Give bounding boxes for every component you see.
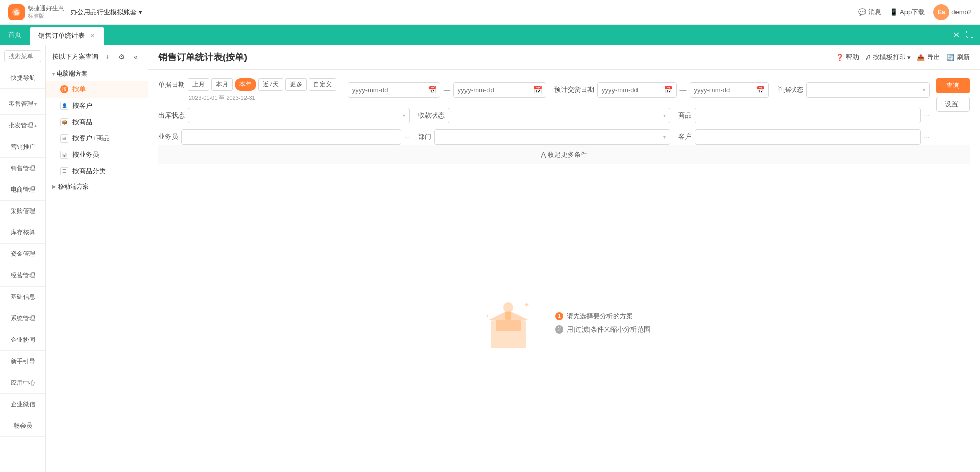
sidebar: 快捷导航 零售管理 ▾ 批发管理 ▴ 营销推广 销售管理 电商管理 采购管理 库… [0,45,46,472]
calendar-start-icon[interactable]: 📅 [428,86,436,94]
scheme-group-mobile-title[interactable]: ▶ 移动端方案 [46,179,148,194]
sidebar-item-ecommerce[interactable]: 电商管理 [0,179,45,201]
scheme-item-by-salesperson[interactable]: 📊 按业务员 [46,147,148,163]
scheme-item-by-product[interactable]: 📦 按商品 [46,114,148,130]
status-select[interactable]: ▾ [806,82,930,98]
app-logo: 畅 [8,4,24,20]
search-input[interactable] [4,50,41,62]
calendar-expected-end-icon[interactable]: 📅 [756,86,765,94]
user-menu[interactable]: Ea demo2 [933,4,972,20]
left-panel: 按以下方案查询 + ⚙ « ▾ 电脑端方案 按 按单 [46,45,148,472]
collapse-bar[interactable]: ⋀ 收起更多条件 [158,145,970,164]
scheme-item-by-category[interactable]: ☰ 按商品分类 [46,163,148,179]
empty-tip-1: 1 请先选择要分析的方案 [555,310,650,323]
scheme-icon-product: 📦 [60,118,68,126]
filter-customer-field: 客户 ··· [678,129,930,145]
panel-add-button[interactable]: + [102,51,113,62]
sidebar-item-retail[interactable]: 零售管理 ▾ [0,93,45,115]
user-avatar: Ea [933,4,949,20]
goods-more-icon[interactable]: ··· [924,111,930,120]
export-button[interactable]: 📤 导出 [917,53,940,62]
content: 按以下方案查询 + ⚙ « ▾ 电脑端方案 按 按单 [46,45,980,472]
sidebar-item-member[interactable]: 畅会员 [0,415,45,437]
svg-text:畅: 畅 [14,10,19,15]
salesperson-more-icon[interactable]: ··· [404,133,410,141]
chevron-up-icon: ▴ [34,123,37,128]
message-button[interactable]: 💬 消息 [858,8,881,17]
sidebar-item-newuser[interactable]: 新手引导 [0,351,45,372]
goods-input[interactable] [695,108,921,123]
window-maximize-icon[interactable]: ⛶ [966,30,974,39]
empty-svg: ✦ ✦ [478,292,539,353]
sidebar-item-corpwechat[interactable]: 企业微信 [0,394,45,415]
chevron-right-icon: ▶ [52,184,56,190]
date-btn-more[interactable]: 更多 [285,78,307,91]
filter-fields: 单据日期 上月 本月 本年 近7天 更多 自定义 [158,78,930,145]
sidebar-item-finance[interactable]: 资金管理 [0,244,45,265]
sidebar-item-marketing[interactable]: 营销推广 [0,136,45,158]
filter-main-row: 单据日期 上月 本月 本年 近7天 更多 自定义 [158,78,970,145]
scheme-group-pc-title[interactable]: ▾ 电脑端方案 [46,66,148,81]
refresh-button[interactable]: 🔄 刷新 [946,53,970,62]
svg-text:✦: ✦ [524,301,530,309]
date-btn-thisyear[interactable]: 本年 [235,78,256,91]
scheme-item-by-order[interactable]: 按 按单 [46,81,148,98]
sidebar-item-enterprise[interactable]: 企业协同 [0,329,45,351]
sidebar-item-purchase[interactable]: 采购管理 [0,201,45,222]
date-end-field: 📅 [453,82,546,98]
sidebar-item-system[interactable]: 系统管理 [0,308,45,329]
filter-expected-date-field: 预计交货日期 📅 — 📅 [554,82,769,98]
calendar-end-icon[interactable]: 📅 [533,86,542,94]
tab-close-icon[interactable]: ✕ [90,32,95,39]
print-button[interactable]: 🖨 按模板打印 ▾ [865,53,911,62]
payment-select[interactable]: ▾ [448,108,670,123]
panel-settings-button[interactable]: ⚙ [116,51,127,62]
data-area: ✦ ✦ 1 请先选择要分析的方案 2 用[过滤]条件来缩小分析范围 [148,173,980,472]
panel-collapse-button[interactable]: « [130,51,141,62]
filter-date-field: 单据日期 上月 本月 本年 近7天 更多 自定义 [158,78,339,102]
scheme-item-by-customer-product[interactable]: ⊞ 按客户+商品 [46,130,148,147]
settings-button[interactable]: 设置 [936,97,970,112]
customer-input[interactable] [695,129,921,145]
filter-row-2: 出库状态 ▾ 收款状态 ▾ [158,108,930,123]
sidebar-search [0,45,45,67]
help-button[interactable]: ❓ 帮助 [836,53,859,62]
filter-delivery-field: 出库状态 ▾ [158,108,410,123]
date-quick-buttons: 上月 本月 本年 近7天 更多 自定义 [188,78,336,91]
tab-home[interactable]: 首页 [0,25,30,45]
delivery-select[interactable]: ▾ [188,108,410,123]
sidebar-item-quick-nav[interactable]: 快捷导航 [0,67,45,89]
date-btn-thismonth[interactable]: 本月 [211,78,233,91]
date-btn-lastmonth[interactable]: 上月 [188,78,209,91]
customer-more-icon[interactable]: ··· [924,133,930,141]
top-bar-left: 畅 畅捷通好生意 标准版 办公用品行业模拟账套 ▾ [8,4,142,20]
logo-text: 畅捷通好生意 标准版 [28,5,64,20]
sidebar-item-basic[interactable]: 基础信息 [0,287,45,308]
dept-select[interactable]: ▾ [434,129,670,145]
calendar-expected-start-icon[interactable]: 📅 [664,86,673,94]
scheme-item-by-customer[interactable]: 👤 按客户 [46,98,148,114]
salesperson-input[interactable] [181,129,401,145]
date-separator: — [444,86,450,94]
tab-sales-order-stat[interactable]: 销售订单统计表 ✕ [30,27,104,45]
date-btn-custom[interactable]: 自定义 [309,78,336,91]
page-title: 销售订单统计表(按单) [158,51,247,63]
date-start-input[interactable] [348,82,440,98]
date-end-input[interactable] [453,82,546,98]
search-button[interactable]: 查询 [936,78,970,93]
date-range-display: 2023-01-01 至 2023-12-31 [189,94,255,102]
window-minimize-icon[interactable]: ✕ [953,30,960,40]
top-bar-right: 💬 消息 📱 App下载 Ea demo2 [858,4,972,20]
svg-rect-5 [505,312,511,320]
chevron-down-icon: ▾ [52,71,55,77]
svg-point-4 [503,302,513,313]
scheme-icon-customer: 👤 [60,102,68,110]
app-download-button[interactable]: 📱 App下载 [890,8,925,17]
company-selector[interactable]: 办公用品行业模拟账套 ▾ [70,8,142,17]
sidebar-item-wholesale[interactable]: 批发管理 ▴ [0,115,45,136]
sidebar-item-operations[interactable]: 经营管理 [0,265,45,287]
date-btn-7days[interactable]: 近7天 [258,78,283,91]
sidebar-item-appcenter[interactable]: 应用中心 [0,372,45,394]
sidebar-item-inventory[interactable]: 库存核算 [0,222,45,244]
sidebar-item-sales[interactable]: 销售管理 [0,158,45,179]
